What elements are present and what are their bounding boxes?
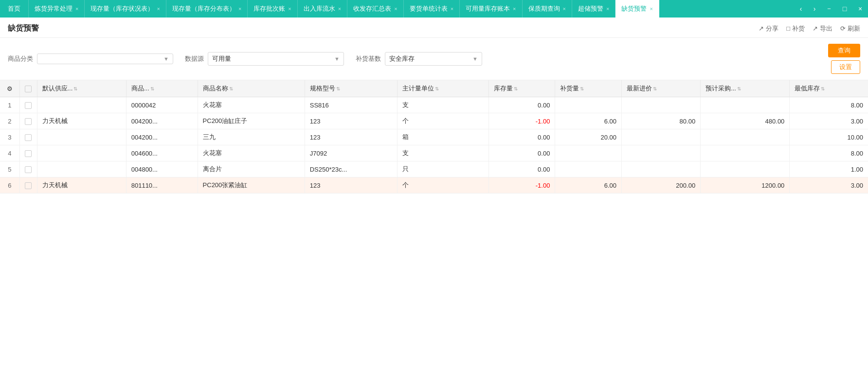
replenish-base-select[interactable]: 安全库存 ▼ (385, 52, 482, 66)
nav-minimize-btn[interactable]: － (821, 0, 837, 18)
th-est-purchase[interactable]: 预计采购...⇅ (701, 80, 790, 97)
export-button[interactable]: ↗ 导出 (813, 24, 832, 33)
row-checkbox[interactable] (25, 182, 32, 189)
row-checkbox[interactable] (25, 134, 32, 141)
row-supplier: 力天机械 (37, 113, 126, 129)
th-unit[interactable]: 主计量单位⇅ (398, 80, 488, 97)
nav-tab-close-icon[interactable]: × (157, 6, 160, 12)
table-header-row: ⚙ 默认供应...⇅ 商品...⇅ 商品名称⇅ 规格型号⇅ 主计量单位⇅ 库存量… (0, 80, 868, 97)
row-checkbox-cell (19, 145, 37, 161)
th-supplier[interactable]: 默认供应...⇅ (37, 80, 126, 97)
row-replenish: 20.00 (555, 129, 622, 145)
nav-tab-close-icon[interactable]: × (75, 6, 78, 12)
row-num: 5 (0, 161, 19, 177)
nav-tab-close-icon[interactable]: × (238, 6, 241, 12)
row-num: 4 (0, 145, 19, 161)
category-select[interactable]: ▼ (37, 53, 173, 64)
row-checkbox[interactable] (25, 150, 32, 157)
nav-tab-label: 炼货异常处理 (35, 4, 72, 13)
row-checkbox[interactable] (25, 118, 32, 125)
nav-next-arrow[interactable]: › (808, 0, 821, 18)
row-est-purchase: 480.00 (701, 113, 790, 129)
nav-tab-出入库流水[interactable]: 出入库流水× (298, 0, 347, 18)
nav-maximize-btn[interactable]: □ (837, 0, 852, 18)
th-stock[interactable]: 库存量⇅ (488, 80, 555, 97)
row-name: 火花塞 (198, 145, 305, 161)
nav-tab-close-icon[interactable]: × (394, 6, 397, 12)
select-all-checkbox[interactable] (25, 86, 32, 92)
row-name: 火花塞 (198, 97, 305, 113)
nav-tab-现存量（库存状况表）[interactable]: 现存量（库存状况表）× (85, 0, 166, 18)
settings-button[interactable]: 设置 (831, 60, 860, 74)
row-spec: J7092 (305, 145, 398, 161)
nav-tab-缺货预警[interactable]: 缺货预警× (615, 0, 659, 18)
row-stock: 0.00 (488, 145, 555, 161)
th-spec[interactable]: 规格型号⇅ (305, 80, 398, 97)
category-filter: 商品分类 ▼ (8, 53, 173, 64)
nav-tab-库存批次账[interactable]: 库存批次账× (248, 0, 297, 18)
nav-close-btn[interactable]: × (852, 0, 868, 18)
nav-tab-close-icon[interactable]: × (563, 6, 566, 12)
nav-tab-label: 要货单统计表 (410, 4, 448, 13)
nav-tab-label: 现存量（库存分布表） (172, 4, 235, 13)
th-latest-price[interactable]: 最新进价⇅ (622, 80, 701, 97)
row-stock: -1.00 (488, 177, 555, 194)
datasource-select[interactable]: 可用量 ▼ (208, 52, 344, 66)
row-unit: 只 (398, 161, 488, 177)
nav-tab-现存量（库存分布表）[interactable]: 现存量（库存分布表）× (166, 0, 248, 18)
th-settings[interactable]: ⚙ (0, 80, 19, 97)
page-content: 缺货预警 ↗ 分享 □ 补货 ↗ 导出 ⟳ 刷新 商品分类 (0, 18, 868, 387)
share-button[interactable]: ↗ 分享 (759, 24, 778, 33)
row-min-stock: 8.00 (790, 97, 868, 113)
row-replenish (555, 161, 622, 177)
refresh-label: 刷新 (848, 24, 860, 33)
replenish-label: 补货 (792, 24, 805, 33)
nav-tab-炼货异常处理[interactable]: 炼货异常处理× (29, 0, 85, 18)
nav-prev-arrow[interactable]: ‹ (794, 0, 808, 18)
replenish-button[interactable]: □ 补货 (786, 24, 805, 33)
row-checkbox[interactable] (25, 102, 32, 109)
nav-tab-label: 出入库流水 (304, 4, 335, 13)
nav-tab-label: 现存量（库存状况表） (90, 4, 154, 13)
filter-bar: 商品分类 ▼ 数据源 可用量 ▼ 补货基数 安全库存 ▼ 查询 设置 (0, 38, 868, 80)
nav-tab-close-icon[interactable]: × (338, 6, 341, 12)
nav-tab-label: 保质期查询 (528, 4, 560, 13)
nav-tab-收发存汇总表[interactable]: 收发存汇总表× (347, 0, 403, 18)
row-code: 004800... (126, 161, 198, 177)
row-supplier (37, 97, 126, 113)
nav-tab-close-icon[interactable]: × (606, 6, 609, 12)
query-button[interactable]: 查询 (828, 44, 860, 57)
nav-tab-要货单统计表[interactable]: 要货单统计表× (404, 0, 460, 18)
row-latest-price: 80.00 (622, 113, 701, 129)
row-spec: 123 (305, 113, 398, 129)
row-code: 0000042 (126, 97, 198, 113)
replenish-base-dropdown-icon: ▼ (472, 56, 478, 62)
nav-tab-close-icon[interactable]: × (650, 6, 652, 12)
row-checkbox-cell (19, 161, 37, 177)
row-est-purchase: 1200.00 (701, 177, 790, 194)
nav-tab-close-icon[interactable]: × (451, 6, 453, 12)
table-row: 1 0000042 火花塞 SS816 支 0.00 8.00 (0, 97, 868, 113)
row-supplier: 力天机械 (37, 177, 126, 194)
table-body: 1 0000042 火花塞 SS816 支 0.00 8.00 2 力天机械 0… (0, 97, 868, 194)
th-code[interactable]: 商品...⇅ (126, 80, 198, 97)
row-checkbox[interactable] (25, 166, 32, 173)
nav-tab-可用量库存账本[interactable]: 可用量库存账本× (460, 0, 522, 18)
row-min-stock: 1.00 (790, 161, 868, 177)
row-spec: 123 (305, 177, 398, 194)
filter-actions: 查询 设置 (828, 44, 860, 74)
th-name[interactable]: 商品名称⇅ (198, 80, 305, 97)
nav-tab-close-icon[interactable]: × (513, 6, 516, 12)
th-min-stock[interactable]: 最低库存⇅ (790, 80, 868, 97)
export-icon: ↗ (813, 25, 818, 32)
th-replenish[interactable]: 补货量⇅ (555, 80, 622, 97)
nav-tab-保质期查询[interactable]: 保质期查询× (523, 0, 572, 18)
row-name: PC200张紧油缸 (198, 177, 305, 194)
nav-home[interactable]: 首页 (0, 0, 29, 18)
page-header: 缺货预警 ↗ 分享 □ 补货 ↗ 导出 ⟳ 刷新 (0, 18, 868, 38)
nav-tab-close-icon[interactable]: × (288, 6, 291, 12)
refresh-button[interactable]: ⟳ 刷新 (840, 24, 860, 33)
nav-tab-label: 超储预警 (578, 4, 603, 13)
datasource-filter: 数据源 可用量 ▼ (185, 52, 344, 66)
nav-tab-超储预警[interactable]: 超储预警× (572, 0, 615, 18)
